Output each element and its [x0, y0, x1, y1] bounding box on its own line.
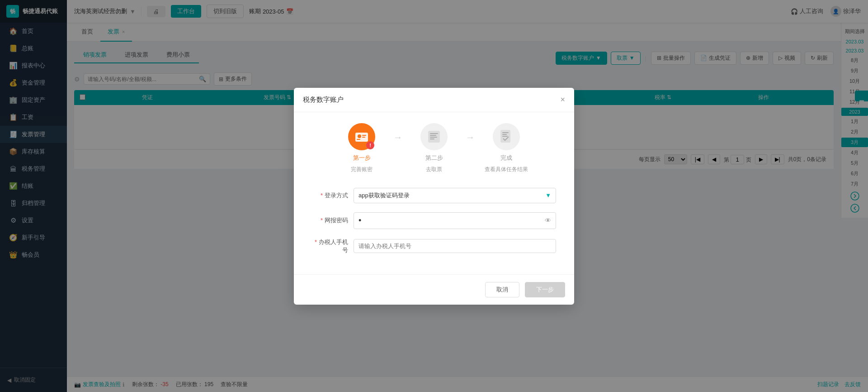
step-2: 第二步 去取票: [402, 123, 466, 173]
login-method-value: app获取验证码登录: [359, 191, 410, 200]
form-row-phone: 办税人手机号: [312, 238, 556, 254]
dialog-body: ! 第一步 完善账密 →: [294, 112, 574, 274]
taxpayer-phone-input[interactable]: [359, 243, 551, 249]
svg-rect-10: [430, 137, 437, 138]
svg-rect-9: [430, 135, 436, 136]
svg-rect-13: [502, 132, 509, 133]
step-2-icon: [420, 123, 448, 150]
toggle-password-icon[interactable]: 👁: [545, 217, 551, 224]
step-3-label: 完成: [500, 154, 512, 162]
tax-digital-dialog: 税务数字账户 × !: [294, 88, 574, 305]
password-input[interactable]: [359, 216, 543, 225]
steps-indicator: ! 第一步 完善账密 →: [312, 123, 556, 173]
taxpayer-phone-label: 办税人手机号: [312, 238, 348, 254]
svg-rect-2: [355, 133, 368, 142]
step-3: 完成 查看具体任务结果: [475, 123, 538, 173]
select-dropdown-icon: ▼: [545, 192, 551, 199]
svg-rect-14: [502, 134, 507, 135]
svg-rect-11: [430, 139, 434, 139]
form-row-login-method: 登录方式 app获取验证码登录 ▼: [312, 188, 556, 203]
login-method-label: 登录方式: [312, 191, 348, 200]
svg-rect-8: [430, 133, 438, 134]
dialog-footer: 取消 下一步: [294, 274, 574, 305]
svg-point-3: [358, 134, 361, 138]
arrow-1: →: [393, 123, 402, 143]
password-field-wrapper: 👁: [354, 212, 556, 229]
step-2-label: 第二步: [425, 154, 443, 162]
dialog-title: 税务数字账户: [303, 96, 344, 104]
password-label: 网报密码: [312, 216, 348, 225]
modal-overlay: 税务数字账户 × !: [0, 0, 868, 392]
step-1-sublabel: 完善账密: [351, 166, 373, 173]
step-1-badge: !: [366, 141, 374, 149]
form-row-password: 网报密码 👁: [312, 212, 556, 229]
step-1: ! 第一步 完善账密: [330, 123, 393, 173]
svg-rect-6: [357, 139, 360, 140]
dialog-header: 税务数字账户 ×: [294, 88, 574, 112]
cancel-button[interactable]: 取消: [485, 282, 519, 297]
dialog-close-btn[interactable]: ×: [560, 95, 565, 105]
taxpayer-phone-field-wrapper: [354, 239, 556, 253]
step-1-icon: !: [348, 123, 375, 150]
svg-rect-15: [502, 136, 508, 137]
svg-rect-5: [362, 137, 365, 138]
step-3-icon: [493, 123, 520, 150]
arrow-2: →: [466, 123, 475, 143]
login-method-select[interactable]: app获取验证码登录 ▼: [354, 188, 556, 203]
svg-rect-4: [362, 135, 366, 136]
step-1-label: 第一步: [353, 154, 371, 162]
step-3-sublabel: 查看具体任务结果: [485, 166, 528, 173]
next-step-button[interactable]: 下一步: [525, 282, 565, 297]
step-2-sublabel: 去取票: [426, 166, 442, 173]
